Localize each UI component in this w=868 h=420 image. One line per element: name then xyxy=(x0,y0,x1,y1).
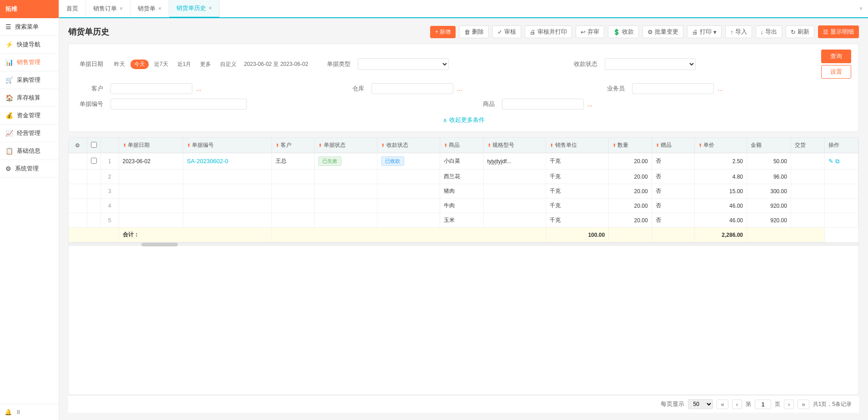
sidebar-item-finance[interactable]: 💰 资金管理 xyxy=(0,107,59,125)
col-doc-no[interactable]: ⬆ 单据编号 xyxy=(183,138,271,153)
sidebar-item-basic-info[interactable]: 📋 基础信息 xyxy=(0,142,59,160)
collect-button[interactable]: 💲 收款 xyxy=(608,25,639,38)
row-settings xyxy=(69,199,87,213)
table-header-row: ⚙ ⬆ 单据日期 ⬆ 单据编号 ⬆ 客户 ⬆ 单据状态 ⬆ 收款状态 ⬆ 商品 … xyxy=(69,138,858,153)
warehouse-dots[interactable]: ... xyxy=(457,85,462,92)
first-page-button[interactable]: « xyxy=(717,400,728,409)
finance-icon: 💰 xyxy=(5,112,13,119)
date-pill-today[interactable]: 今天 xyxy=(130,60,149,69)
col-gift[interactable]: ⬆ 赠品 xyxy=(652,138,694,153)
doc-no-input[interactable] xyxy=(110,99,247,110)
sidebar-item-search-menu[interactable]: ☰ 搜索菜单 xyxy=(0,18,59,36)
export-button[interactable]: ↓ 导出 xyxy=(756,25,783,38)
pause-icon[interactable]: ⏸ xyxy=(15,409,21,415)
brand-logo: 拓维 xyxy=(5,5,17,13)
sidebar-item-inventory[interactable]: 🏠 库存核算 xyxy=(0,89,59,107)
import-button[interactable]: ↑ 导入 xyxy=(725,25,752,38)
next-page-button[interactable]: › xyxy=(784,400,794,409)
col-settings[interactable]: ⚙ xyxy=(69,138,87,153)
sidebar-footer: 🔔 ⏸ xyxy=(0,404,59,420)
doc-type-select[interactable] xyxy=(358,58,449,70)
scroll-thumb[interactable] xyxy=(141,243,178,246)
row-doc-no[interactable]: SA-20230602-0 xyxy=(183,153,271,170)
salesperson-dots[interactable]: ... xyxy=(717,85,723,92)
sidebar-item-quick-nav[interactable]: ⚡ 快捷导航 xyxy=(0,36,59,54)
tab-sales-history[interactable]: 销货单历史 × xyxy=(169,0,220,18)
horizontal-scrollbar[interactable] xyxy=(69,242,858,246)
per-page-select[interactable]: 50 100 200 xyxy=(688,399,713,409)
row-actions[interactable]: ✎⧉ xyxy=(824,153,858,170)
col-doc-status[interactable]: ⬆ 单据状态 xyxy=(315,138,377,153)
col-doc-date[interactable]: ⬆ 单据日期 xyxy=(119,138,183,153)
goods-dots[interactable]: ... xyxy=(587,100,593,108)
tab-sales-order[interactable]: 销售订单 × xyxy=(86,0,130,18)
row-checkbox xyxy=(87,153,100,170)
sidebar-item-purchase-mgmt[interactable]: 🛒 采购管理 xyxy=(0,71,59,89)
audit-print-button[interactable]: 🖨 审核并打印 xyxy=(525,25,572,38)
sidebar-item-operations[interactable]: 📈 经营管理 xyxy=(0,125,59,142)
date-pill-yesterday[interactable]: 昨天 xyxy=(110,60,129,69)
row-doc-date xyxy=(119,213,183,228)
col-spec[interactable]: ⬆ 规格型号 xyxy=(483,138,546,153)
row-transaction xyxy=(791,199,824,213)
tab-home[interactable]: 首页 xyxy=(59,0,86,18)
col-goods[interactable]: ⬆ 商品 xyxy=(440,138,483,153)
filter-settings-button[interactable]: 设置 xyxy=(821,65,851,79)
print-button[interactable]: 🖨 打印 ▾ xyxy=(687,25,722,38)
tab-sales-goods-close[interactable]: × xyxy=(158,5,161,12)
abandon-button[interactable]: ↩ 弃审 xyxy=(576,25,604,38)
date-pill-custom[interactable]: 自定义 xyxy=(216,60,240,69)
customer-input[interactable] xyxy=(110,83,192,94)
prev-page-button[interactable]: ‹ xyxy=(732,400,742,409)
close-all-tabs[interactable]: × xyxy=(859,5,863,12)
row-quantity: 20.00 xyxy=(609,184,652,199)
batch-change-button[interactable]: ⚙ 批量变更 xyxy=(642,25,683,38)
date-filter-field: 昨天 今天 近7天 近1月 更多 自定义 2023-06-02 至 2023-0… xyxy=(110,60,316,69)
summary-label-text: 合计： xyxy=(119,228,271,242)
sidebar-item-sales-mgmt[interactable]: 📊 销售管理 xyxy=(0,54,59,71)
query-button[interactable]: 查询 xyxy=(821,50,851,63)
total-info: 共1页，5条记录 xyxy=(813,400,852,408)
customer-dots[interactable]: ... xyxy=(196,85,201,92)
page-number-input[interactable] xyxy=(755,400,771,409)
row-unit: 千克 xyxy=(546,184,609,199)
batch-change-icon: ⚙ xyxy=(647,29,653,35)
row-amount: 50.00 xyxy=(747,153,791,170)
tab-sales-history-close[interactable]: × xyxy=(209,5,212,11)
row-amount: 96.00 xyxy=(747,170,791,184)
tab-sales-goods[interactable]: 销货单 × xyxy=(130,0,169,18)
last-page-button[interactable]: » xyxy=(798,400,809,409)
collect-status-select[interactable] xyxy=(605,58,696,70)
warehouse-input[interactable] xyxy=(371,83,453,94)
sidebar-item-system-mgmt[interactable]: ⚙ 系统管理 xyxy=(0,160,59,178)
col-quantity[interactable]: ⬆ 数量 xyxy=(609,138,652,153)
row-customer xyxy=(271,184,314,199)
refresh-button[interactable]: ↻ 刷新 xyxy=(786,25,814,38)
delete-button[interactable]: 🗑 删除 xyxy=(459,25,489,38)
col-unit-price[interactable]: ⬆ 单价 xyxy=(695,138,747,153)
col-collect-status[interactable]: ⬆ 收款状态 xyxy=(377,138,440,153)
collapse-filter-button[interactable]: ∧ 收起更多条件 xyxy=(76,114,851,126)
col-unit[interactable]: ⬆ 销售单位 xyxy=(546,138,609,153)
notification-icon[interactable]: 🔔 xyxy=(5,409,12,415)
date-pill-more[interactable]: 更多 xyxy=(196,60,215,69)
col-amount: 金额 xyxy=(747,138,791,153)
select-all-checkbox[interactable] xyxy=(91,142,97,148)
date-pill-7days[interactable]: 近7天 xyxy=(151,60,172,69)
goods-input[interactable] xyxy=(502,99,584,110)
new-button[interactable]: + 新增 xyxy=(430,26,456,38)
toolbar: 销货单历史 + 新增 🗑 删除 ✓ 审核 🖨 审核并打印 ↩ 弃审 xyxy=(68,25,859,38)
sidebar-item-label: 快捷导航 xyxy=(17,40,40,49)
page-content-area: 销货单历史 + 新增 🗑 删除 ✓ 审核 🖨 审核并打印 ↩ 弃审 xyxy=(59,18,868,420)
date-pill-1month[interactable]: 近1月 xyxy=(174,60,195,69)
audit-print-icon: 🖨 xyxy=(530,29,536,35)
summary-label xyxy=(69,228,119,242)
tab-sales-order-close[interactable]: × xyxy=(120,5,123,12)
salesperson-input[interactable] xyxy=(632,83,714,94)
audit-button[interactable]: ✓ 审核 xyxy=(492,25,521,38)
row-doc-status xyxy=(315,199,377,213)
display-detail-button[interactable]: ☰ 显示明细 xyxy=(818,25,859,38)
summary-total-amount: 2,286.00 xyxy=(695,228,747,242)
row-seq: 2 xyxy=(100,170,119,184)
col-customer[interactable]: ⬆ 客户 xyxy=(271,138,314,153)
